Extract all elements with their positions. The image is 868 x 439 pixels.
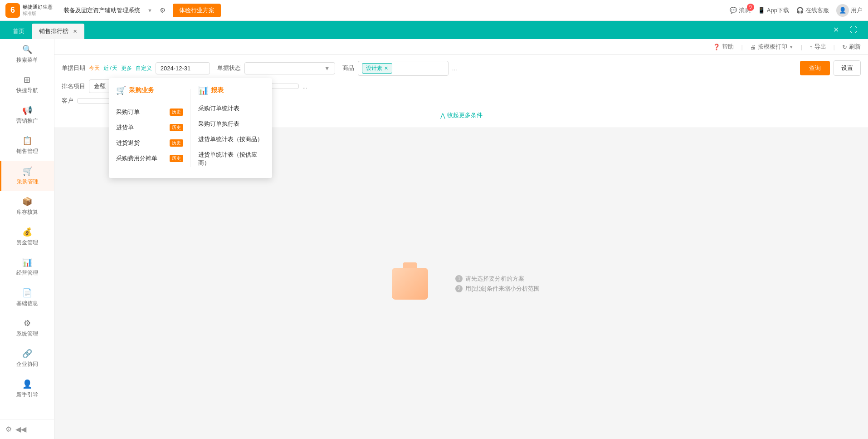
date-short-7days[interactable]: 近7天 — [103, 64, 117, 72]
logo-area: 6 畅捷通好生意 标准版 — [5, 3, 60, 18]
date-shortcuts: 今天 近7天 更多 自定义 — [89, 64, 152, 72]
system-title: 装备及固定资产辅助管理系统 ▼ ⚙ 体验行业方案 — [60, 4, 730, 17]
marketing-icon: 📢 — [22, 105, 32, 115]
export-button[interactable]: ↑ 导出 — [809, 43, 826, 51]
app-icon: 📱 — [758, 7, 765, 14]
online-service-button[interactable]: 🎧 在线客服 — [796, 6, 829, 15]
headset-icon: 🎧 — [796, 7, 804, 14]
help-button[interactable]: ❓ 帮助 — [713, 43, 734, 51]
sidebar-item-inventory[interactable]: 📦 库存核算 — [0, 191, 54, 222]
fund-icon: 💰 — [22, 227, 32, 237]
refresh-button[interactable]: ↻ 刷新 — [842, 43, 861, 51]
print-button[interactable]: 🖨 按模板打印 ▼ — [750, 43, 794, 51]
logo-text: 畅捷通好生意 — [23, 4, 53, 10]
top-bar: 6 畅捷通好生意 标准版 装备及固定资产辅助管理系统 ▼ ⚙ 体验行业方案 💬 … — [0, 0, 868, 21]
date-short-more[interactable]: 更多 — [121, 64, 132, 72]
user-avatar[interactable]: 👤 用户 — [836, 4, 863, 17]
menu-item-goods-return[interactable]: 进货退货 历史 — [116, 135, 183, 151]
salesman-more-dots[interactable]: ... — [302, 83, 307, 90]
goods-tag-close[interactable]: ✕ — [384, 65, 388, 71]
status-filter: 单据状态 ▼ — [217, 62, 335, 74]
menu-item-purchase-order[interactable]: 采购订单 历史 — [116, 104, 183, 120]
content-toolbar: ❓ 帮助 | 🖨 按模板打印 ▼ | ↑ 导出 | ↻ 刷新 — [54, 39, 868, 55]
sidebar-item-quick[interactable]: ⊞ 快捷导航 — [0, 69, 54, 100]
message-badge: 9 — [747, 4, 754, 11]
date-filter: 单据日期 今天 近7天 更多 自定义 2024-12-31 — [62, 62, 210, 74]
purchase-menu-icon: 🛒 — [116, 85, 126, 95]
history-badge-2: 历史 — [170, 139, 183, 147]
status-select[interactable]: ▼ — [244, 62, 335, 74]
date-short-custom[interactable]: 自定义 — [136, 64, 152, 72]
goods-input-area[interactable]: 设计素 ✕ — [358, 61, 449, 76]
date-input[interactable]: 2024-12-31 — [156, 62, 210, 74]
enterprise-icon: 🔗 — [22, 349, 32, 359]
collapse-sidebar-icon[interactable]: ◀◀ — [15, 425, 26, 434]
history-badge-3: 历史 — [170, 155, 183, 162]
sidebar-item-operation[interactable]: 📊 经营管理 — [0, 252, 54, 282]
industry-button[interactable]: 体验行业方案 — [173, 4, 221, 17]
menu-item-purchase-cost[interactable]: 采购费用分摊单 历史 — [116, 151, 183, 166]
main-layout: 🔍 搜索菜单 ⊞ 快捷导航 📢 营销推广 📋 销售管理 🛒 采购管理 📦 库存核… — [0, 39, 868, 439]
sidebar-item-basic[interactable]: 📄 基础信息 — [0, 282, 54, 313]
tab-close-icon[interactable]: ✕ — [73, 29, 77, 34]
logo-sub: 标准版 — [23, 10, 53, 17]
tab-bar-expand-icon[interactable]: ⛶ — [844, 21, 863, 39]
grid-icon: ⊞ — [24, 75, 30, 85]
sidebar-item-purchase[interactable]: 🛒 采购管理 — [0, 161, 54, 191]
help-icon: ❓ — [713, 44, 720, 50]
goods-more-dots[interactable]: ... — [452, 65, 457, 72]
goods-filter: 商品 设计素 ✕ ... — [342, 61, 457, 76]
menu-item-goods-receipt[interactable]: 进货单 历史 — [116, 120, 183, 135]
message-icon: 💬 — [730, 7, 737, 14]
menu-item-purchase-order-stat[interactable]: 采购订单统计表 — [198, 101, 265, 116]
collapse-icon: ⋀ — [440, 112, 445, 119]
sidebar: 🔍 搜索菜单 ⊞ 快捷导航 📢 营销推广 📋 销售管理 🛒 采购管理 📦 库存核… — [0, 39, 54, 439]
tab-home[interactable]: 首页 — [5, 24, 32, 39]
sidebar-item-marketing[interactable]: 📢 营销推广 — [0, 100, 54, 130]
print-icon: 🖨 — [750, 44, 756, 50]
sidebar-item-system[interactable]: ⚙ 系统管理 — [0, 313, 54, 343]
tab-bar-close-icon[interactable]: ✕ — [828, 21, 844, 39]
settings-icon[interactable]: ⚙ — [160, 6, 166, 15]
date-short-today[interactable]: 今天 — [89, 64, 100, 72]
menu-col-purchase-title: 🛒 采购业务 — [116, 85, 183, 99]
dropdown-menu: 🛒 采购业务 采购订单 历史 进货单 历史 进货退货 历史 采购费用分摊单 — [109, 78, 272, 178]
settings-bottom-icon[interactable]: ⚙ — [5, 425, 12, 434]
sidebar-item-sales[interactable]: 📋 销售管理 — [0, 130, 54, 161]
content-area: ❓ 帮助 | 🖨 按模板打印 ▼ | ↑ 导出 | ↻ 刷新 — [54, 39, 868, 439]
sidebar-item-enterprise[interactable]: 🔗 企业协同 — [0, 343, 54, 374]
empty-text: 1 请先选择要分析的方案 2 用[过滤]条件来缩小分析范围 — [455, 273, 539, 295]
top-right: 💬 消息 9 📱 App下载 🎧 在线客服 👤 用户 — [730, 4, 863, 17]
avatar: 👤 — [836, 4, 849, 17]
system-dropdown-arrow[interactable]: ▼ — [147, 8, 152, 13]
search-icon: 🔍 — [22, 44, 32, 54]
message-button[interactable]: 💬 消息 9 — [730, 6, 751, 15]
refresh-icon: ↻ — [842, 44, 847, 50]
menu-item-purchase-order-exec[interactable]: 采购订单执行表 — [198, 116, 265, 132]
purchase-icon: 🛒 — [23, 166, 33, 176]
menu-col-reports: 📊 报表 采购订单统计表 采购订单执行表 进货单统计表（按商品） 进货单统计表（… — [191, 85, 273, 171]
collapse-button[interactable]: ⋀ 收起更多条件 — [440, 109, 483, 122]
sidebar-item-guide[interactable]: 👤 新手引导 — [0, 374, 54, 404]
set-button[interactable]: 设置 — [834, 60, 861, 76]
query-button[interactable]: 查询 — [800, 61, 830, 75]
system-icon: ⚙ — [24, 318, 31, 328]
app-download-button[interactable]: 📱 App下载 — [758, 6, 789, 15]
operation-icon: 📊 — [22, 257, 32, 267]
menu-item-goods-stat-by-product[interactable]: 进货单统计表（按商品） — [198, 132, 265, 147]
sidebar-item-fund[interactable]: 💰 资金管理 — [0, 222, 54, 252]
guide-icon: 👤 — [22, 379, 32, 389]
menu-item-goods-stat-by-supplier[interactable]: 进货单统计表（按供应商） — [198, 147, 265, 171]
logo-icon: 6 — [5, 3, 20, 18]
sales-icon: 📋 — [22, 136, 32, 146]
tab-sales-rank[interactable]: 销售排行榜 ✕ — [32, 24, 84, 39]
history-badge-0: 历史 — [170, 109, 183, 116]
report-menu-icon: 📊 — [198, 85, 208, 95]
goods-tag: 设计素 ✕ — [362, 63, 392, 74]
sidebar-bottom: ⚙ ◀◀ — [0, 419, 54, 439]
print-dropdown-arrow[interactable]: ▼ — [789, 44, 794, 49]
inventory-icon: 📦 — [22, 197, 32, 207]
sidebar-item-search[interactable]: 🔍 搜索菜单 — [0, 39, 54, 69]
menu-col-reports-title: 📊 报表 — [198, 85, 265, 95]
menu-col-purchase: 🛒 采购业务 采购订单 历史 进货单 历史 进货退货 历史 采购费用分摊单 — [109, 85, 190, 171]
